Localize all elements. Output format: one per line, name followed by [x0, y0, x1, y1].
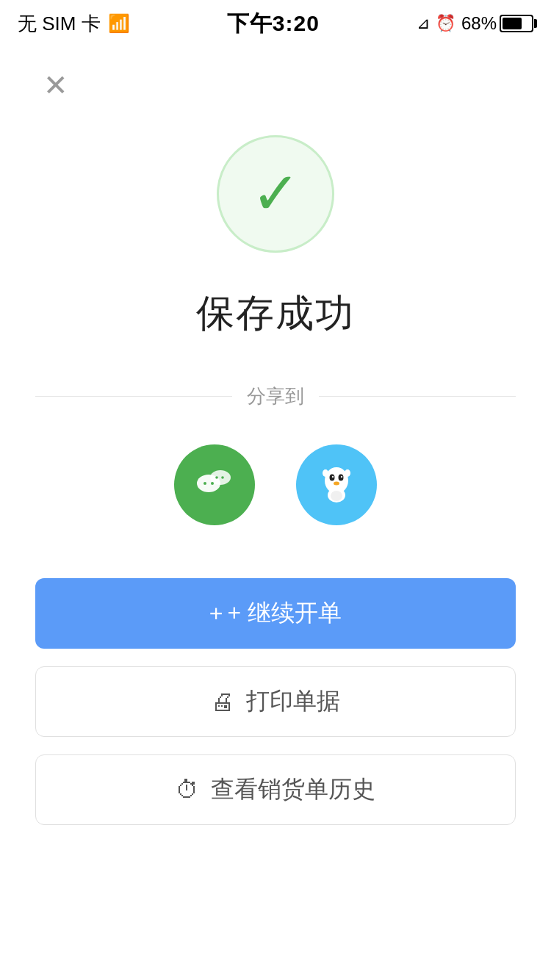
no-sim-label: 无 SIM 卡: [18, 11, 101, 37]
qq-share-button[interactable]: [296, 444, 377, 525]
svg-point-2: [204, 482, 206, 485]
wifi-icon: 📶: [108, 13, 130, 34]
close-icon: ✕: [43, 71, 68, 100]
close-button[interactable]: ✕: [35, 65, 76, 106]
svg-point-14: [323, 469, 328, 477]
battery-percent: 68%: [461, 13, 497, 34]
status-left: 无 SIM 卡 📶: [18, 11, 130, 37]
wechat-share-button[interactable]: [174, 444, 255, 525]
print-icon: 🖨: [211, 688, 234, 716]
svg-point-9: [332, 476, 334, 478]
location-icon: ⊿: [417, 14, 430, 33]
share-label: 分享到: [247, 383, 304, 409]
history-icon: ⏱: [176, 777, 199, 804]
svg-point-11: [334, 482, 339, 486]
main-content: ✕ ✓ 保存成功 分享到: [0, 47, 551, 980]
svg-point-3: [211, 482, 214, 485]
share-icons-row: [174, 444, 377, 525]
status-right: ⊿ ⏰ 68%: [417, 13, 533, 34]
svg-point-15: [345, 469, 350, 477]
print-button[interactable]: 🖨 打印单据: [35, 666, 516, 737]
share-divider: 分享到: [35, 383, 516, 409]
success-icon-circle: ✓: [217, 135, 334, 253]
battery-indicator: 68%: [461, 13, 533, 34]
status-time: 下午3:20: [227, 9, 320, 39]
svg-point-13: [331, 491, 342, 501]
svg-point-7: [330, 475, 335, 481]
print-label: 打印单据: [246, 685, 340, 718]
checkmark-icon: ✓: [251, 165, 300, 223]
svg-point-8: [339, 475, 344, 481]
svg-point-10: [341, 476, 342, 478]
continue-order-label: + 继续开单: [228, 597, 342, 630]
divider-line-right: [319, 396, 516, 397]
plus-icon: +: [209, 600, 223, 627]
svg-point-4: [215, 476, 218, 479]
history-button[interactable]: ⏱ 查看销货单历史: [35, 754, 516, 825]
wechat-icon: [191, 461, 238, 508]
alarm-icon: ⏰: [436, 14, 455, 33]
success-title: 保存成功: [196, 288, 355, 339]
svg-point-5: [221, 476, 224, 479]
battery-fill: [503, 18, 522, 29]
history-label: 查看销货单历史: [211, 774, 375, 806]
battery-bar: [500, 15, 533, 32]
divider-line-left: [35, 396, 232, 397]
status-bar: 无 SIM 卡 📶 下午3:20 ⊿ ⏰ 68%: [0, 0, 551, 47]
qq-icon: [313, 461, 360, 508]
action-buttons: + + 继续开单 🖨 打印单据 ⏱ 查看销货单历史: [35, 578, 516, 825]
continue-order-button[interactable]: + + 继续开单: [35, 578, 516, 649]
